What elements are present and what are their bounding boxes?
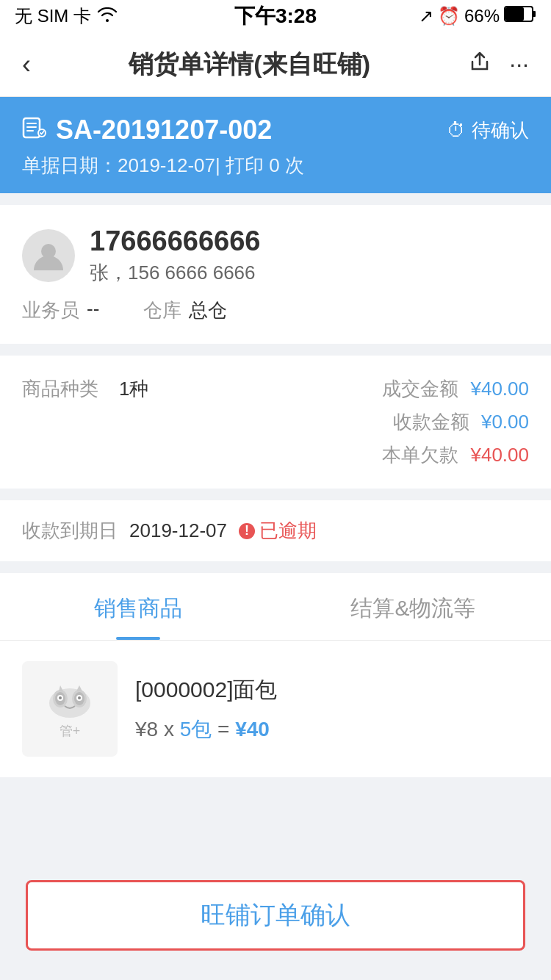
order-doc-icon <box>22 115 47 145</box>
price-text: ¥8 x <box>135 718 180 741</box>
warehouse-meta: 仓库 总仓 <box>143 298 227 323</box>
stats-section: 商品种类 1种 成交金额 ¥40.00 收款金额 ¥0.00 本单欠款 ¥40.… <box>0 356 551 489</box>
location-icon: ↗ <box>419 6 433 26</box>
product-item: 管+ [0000002]面包 ¥8 x 5包 = ¥40 <box>0 641 551 777</box>
order-id-row: SA-20191207-002 <box>22 115 272 145</box>
price-equals: = <box>212 718 235 741</box>
avatar <box>22 229 75 282</box>
confirm-btn-wrapper: 旺铺订单确认 <box>0 880 551 951</box>
status-time: 下午3:28 <box>234 2 317 30</box>
clock-icon: ⏱ <box>447 119 466 142</box>
order-date: 单据日期：2019-12-07| 打印 0 次 <box>22 153 529 179</box>
price-qty: 5包 <box>180 718 212 741</box>
tabs-section: 销售商品 结算&物流等 <box>0 573 551 777</box>
svg-point-13 <box>59 696 62 699</box>
nav-bar: ‹ 销货单详情(来自旺铺) ··· <box>0 32 551 97</box>
due-label: 收款到期日 <box>22 518 118 544</box>
amount-row-1: 收款金额 ¥0.00 <box>393 409 529 435</box>
alarm-icon: ⏰ <box>438 6 460 26</box>
battery-text: 66% <box>464 6 500 26</box>
customer-phone: 17666666666 <box>90 226 260 257</box>
product-type: 商品种类 1种 <box>22 376 148 402</box>
product-name: [0000002]面包 <box>135 675 529 705</box>
overdue-text: 已逾期 <box>259 518 317 544</box>
status-right: ↗ ⏰ 66% <box>419 6 536 26</box>
product-price-row: ¥8 x 5包 = ¥40 <box>135 716 529 743</box>
customer-name: 张，156 6666 6666 <box>90 260 260 286</box>
svg-rect-1 <box>533 11 536 17</box>
amount-value-1: ¥0.00 <box>481 411 529 433</box>
back-button[interactable]: ‹ <box>22 49 31 80</box>
order-status: ⏱ 待确认 <box>447 118 529 143</box>
status-text: 待确认 <box>472 118 529 143</box>
svg-point-14 <box>78 696 81 699</box>
amount-row-2: 本单欠款 ¥40.00 <box>382 442 529 468</box>
tab-settlement[interactable]: 结算&物流等 <box>276 573 551 640</box>
due-date-value: 2019-12-07 <box>129 519 227 542</box>
amount-value-0: ¥40.00 <box>470 378 529 400</box>
svg-rect-2 <box>505 7 524 21</box>
tabs-row: 销售商品 结算&物流等 <box>0 573 551 641</box>
product-info: [0000002]面包 ¥8 x 5包 = ¥40 <box>135 675 529 743</box>
amount-value-2: ¥40.00 <box>470 444 529 466</box>
wifi-icon <box>97 6 118 26</box>
customer-section: 17666666666 张，156 6666 6666 业务员 -- 仓库 总仓 <box>0 205 551 344</box>
warehouse-value: 总仓 <box>189 298 227 323</box>
price-total: ¥40 <box>235 718 270 741</box>
product-type-label: 商品种类 <box>22 376 98 402</box>
sales-value: -- <box>87 298 99 323</box>
product-thumbnail: 管+ <box>22 661 118 757</box>
product-type-value: 1种 <box>119 376 148 402</box>
battery-icon <box>504 6 536 26</box>
confirm-order-button[interactable]: 旺铺订单确认 <box>26 880 525 951</box>
tab-sales-product[interactable]: 销售商品 <box>0 573 276 640</box>
overdue-badge: ! 已逾期 <box>239 518 317 544</box>
sales-label: 业务员 <box>22 298 79 323</box>
sales-meta: 业务员 -- <box>22 298 99 323</box>
customer-info: 17666666666 张，156 6666 6666 <box>90 226 260 286</box>
amount-row-0: 成交金额 ¥40.00 <box>382 376 529 402</box>
thumb-text: 管+ <box>60 722 81 740</box>
page-title: 销货单详情(来自旺铺) <box>129 48 370 82</box>
due-section: 收款到期日 2019-12-07 ! 已逾期 <box>0 500 551 561</box>
amount-stats: 成交金额 ¥40.00 收款金额 ¥0.00 本单欠款 ¥40.00 <box>382 376 529 468</box>
overdue-dot-icon: ! <box>239 523 255 539</box>
more-icon[interactable]: ··· <box>509 51 529 78</box>
status-left: 无 SIM 卡 <box>15 4 118 28</box>
status-bar: 无 SIM 卡 下午3:28 ↗ ⏰ 66% <box>0 0 551 32</box>
order-header: SA-20191207-002 ⏱ 待确认 单据日期：2019-12-07| 打… <box>0 97 551 193</box>
share-icon[interactable] <box>468 50 491 79</box>
order-id-text: SA-20191207-002 <box>56 115 272 145</box>
warehouse-label: 仓库 <box>143 298 181 323</box>
carrier-text: 无 SIM 卡 <box>15 4 91 28</box>
nav-actions: ··· <box>468 50 529 79</box>
